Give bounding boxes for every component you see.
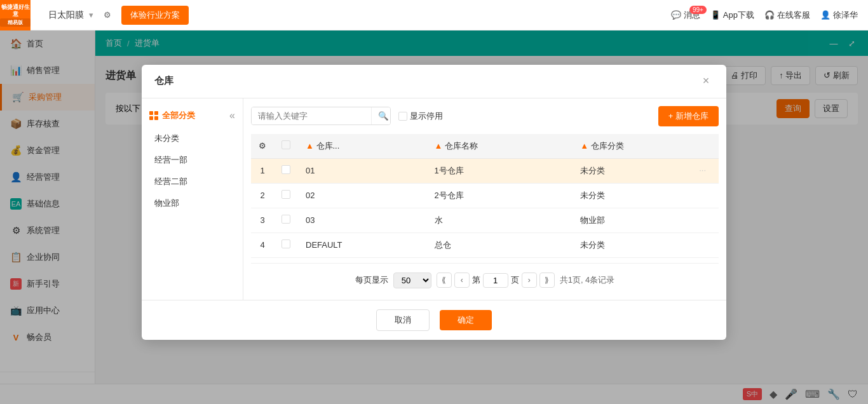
show-disabled-text: 显示停用	[410, 111, 443, 122]
mobile-icon: 📱	[710, 10, 721, 20]
page-first-btn[interactable]: ⟪	[437, 273, 452, 288]
confirm-button[interactable]: 确定	[440, 310, 492, 330]
row-category: 物业部	[573, 208, 719, 232]
topbar-right: 💬 消息 99+ 📱 App下载 🎧 在线客服 👤 徐泽华	[671, 10, 858, 21]
page-size-dropdown[interactable]: 50 100 200	[393, 273, 431, 288]
message-badge: 99+	[689, 6, 707, 14]
modal-overlay: 仓库 × 全部分类 « 未分类	[0, 0, 868, 404]
app-download-button[interactable]: 📱 App下载	[710, 10, 754, 21]
row-seq: 3	[251, 208, 274, 232]
row-code: 02	[298, 183, 427, 208]
category-label-1: 经营一部	[154, 155, 187, 165]
warehouse-modal: 仓库 × 全部分类 « 未分类	[142, 65, 726, 340]
row-code: DEFAULT	[298, 232, 427, 257]
row-category: 未分类	[573, 232, 719, 257]
category-label-2: 经营二部	[154, 177, 187, 186]
page-unit: 页	[511, 274, 519, 286]
modal-body: 全部分类 « 未分类 经营一部 经营二部 物业部	[142, 98, 726, 300]
category-header: 全部分类 «	[142, 106, 243, 128]
message-icon: 💬	[671, 10, 681, 20]
category-item-dept1[interactable]: 经营一部	[142, 149, 243, 171]
app-logo: 畅捷通好生意 精易版	[0, 0, 31, 30]
table-header: ⚙ ▲ 仓库... ▲ 仓库名称 ▲ 仓库分类	[251, 134, 719, 159]
col-code: ▲ 仓库...	[298, 134, 427, 159]
modal-close-button[interactable]: ×	[698, 74, 714, 89]
col-name: ▲ 仓库名称	[427, 134, 573, 159]
row-code: 03	[298, 208, 427, 232]
page-total: 共1页, 4条记录	[560, 274, 615, 286]
per-page-label: 每页显示	[355, 274, 388, 286]
warehouse-table: ⚙ ▲ 仓库... ▲ 仓库名称 ▲ 仓库分类 1 01 1号仓库 未分类···…	[251, 134, 719, 258]
online-service-button[interactable]: 🎧 在线客服	[764, 10, 810, 21]
row-name: 水	[427, 208, 573, 232]
category-label-0: 未分类	[154, 133, 179, 143]
category-label-3: 物业部	[154, 198, 179, 208]
trial-button[interactable]: 体验行业方案	[121, 6, 189, 25]
page-size-select[interactable]: 50 100 200	[393, 273, 431, 288]
table-row[interactable]: 2 02 2号仓库 未分类	[251, 183, 719, 208]
add-warehouse-button[interactable]: + 新增仓库	[658, 106, 719, 126]
table-body: 1 01 1号仓库 未分类··· 2 02 2号仓库 未分类 3 03 水 物业…	[251, 158, 719, 257]
user-avatar[interactable]: 👤 徐泽华	[820, 10, 858, 21]
row-seq: 1	[251, 158, 274, 183]
category-item-dept2[interactable]: 经营二部	[142, 171, 243, 192]
search-input[interactable]	[252, 107, 371, 125]
row-seq: 2	[251, 183, 274, 208]
row-checkbox[interactable]	[274, 158, 298, 183]
collapse-icon[interactable]: «	[229, 110, 235, 121]
row-name: 总仓	[427, 232, 573, 257]
modal-header: 仓库 ×	[142, 65, 726, 98]
col-settings: ⚙	[251, 134, 274, 159]
table-row[interactable]: 4 DEFAULT 总仓 未分类	[251, 232, 719, 257]
page-prev-btn[interactable]: ‹	[454, 273, 470, 288]
cancel-button[interactable]: 取消	[376, 309, 430, 331]
row-checkbox[interactable]	[274, 208, 298, 232]
category-item-property[interactable]: 物业部	[142, 192, 243, 214]
table-row[interactable]: 3 03 水 物业部	[251, 208, 719, 232]
all-categories-label: 全部分类	[162, 110, 195, 121]
search-button[interactable]: 🔍	[371, 107, 391, 125]
row-checkbox[interactable]	[274, 183, 298, 208]
table-row[interactable]: 1 01 1号仓库 未分类···	[251, 158, 719, 183]
row-category: 未分类···	[573, 158, 719, 183]
col-category: ▲ 仓库分类	[573, 134, 719, 159]
topbar: 畅捷通好生意 精易版 日太阳膜 ▾ ⚙ 体验行业方案 💬 消息 99+ 📱 Ap…	[0, 0, 868, 30]
modal-footer: 取消 确定	[142, 300, 726, 340]
page-next-btn[interactable]: ›	[522, 273, 537, 288]
category-panel: 全部分类 « 未分类 经营一部 经营二部 物业部	[142, 98, 243, 300]
row-name: 1号仓库	[427, 158, 573, 183]
all-categories-btn[interactable]: 全部分类	[149, 110, 195, 121]
row-code: 01	[298, 158, 427, 183]
col-checkbox	[274, 134, 298, 159]
topbar-left: 日太阳膜 ▾ ⚙ 体验行业方案	[48, 6, 189, 25]
store-name: 日太阳膜	[48, 10, 84, 21]
settings-icon[interactable]: ⚙	[98, 6, 116, 24]
disabled-checkbox[interactable]	[398, 112, 407, 121]
search-box: 🔍	[251, 107, 391, 125]
table-panel: 🔍 显示停用 + 新增仓库 ⚙ ▲ 仓库...	[243, 98, 726, 300]
row-seq: 4	[251, 232, 274, 257]
modal-title: 仓库	[154, 75, 173, 87]
page-navigation: ⟪ ‹ 第 页 › ⟫	[437, 273, 555, 288]
page-last-btn[interactable]: ⟫	[539, 273, 555, 288]
grid-icon	[149, 111, 158, 120]
row-name: 2号仓库	[427, 183, 573, 208]
row-category: 未分类	[573, 183, 719, 208]
pagination: 每页显示 50 100 200 ⟪ ‹ 第 页 ›	[251, 263, 719, 292]
avatar-icon: 👤	[820, 10, 831, 20]
category-item-unclassified[interactable]: 未分类	[142, 128, 243, 149]
table-toolbar: 🔍 显示停用 + 新增仓库	[251, 106, 719, 126]
select-all-checkbox[interactable]	[281, 140, 290, 149]
show-disabled-label[interactable]: 显示停用	[398, 111, 443, 122]
page-input[interactable]	[483, 273, 508, 288]
table-header-row: ⚙ ▲ 仓库... ▲ 仓库名称 ▲ 仓库分类	[251, 134, 719, 159]
row-checkbox[interactable]	[274, 232, 298, 257]
headset-icon: 🎧	[764, 10, 775, 20]
message-button[interactable]: 💬 消息 99+	[671, 10, 700, 21]
store-dropdown-icon[interactable]: ▾	[89, 10, 93, 20]
page-label: 第	[472, 274, 480, 286]
logo-text: 畅捷通好生意 精易版	[0, 4, 31, 27]
